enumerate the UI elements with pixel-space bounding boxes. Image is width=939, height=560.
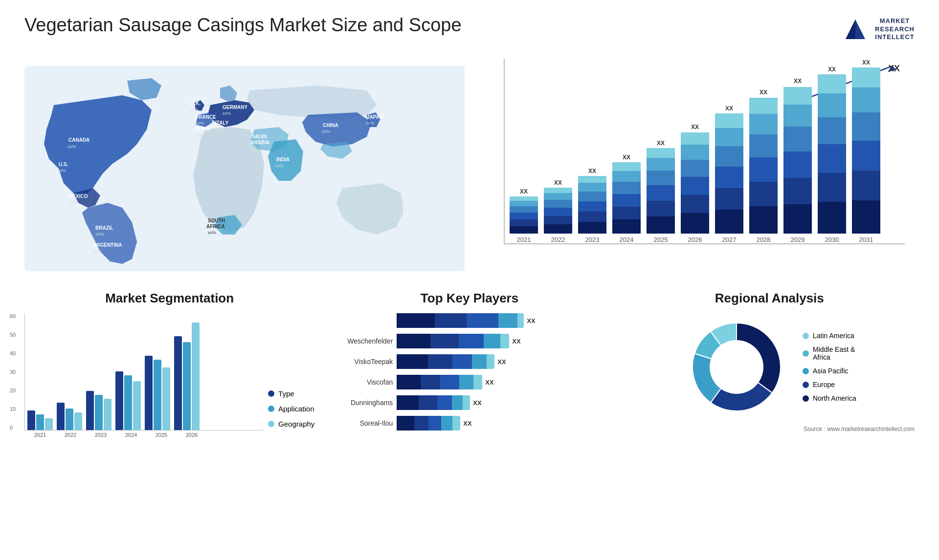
legend-type-label: Type [278, 389, 294, 398]
bar-seg [612, 162, 641, 171]
legend-application: Application [268, 405, 314, 413]
bar-seg [612, 182, 641, 194]
player-xx-2: XX [497, 358, 506, 366]
uk-label: U.K. [191, 101, 201, 106]
reg-legend-apac: Asia Pacific [803, 367, 856, 375]
bar-seg [647, 171, 675, 185]
player-name-4: Dunninghams [329, 399, 393, 407]
bar-year-2024: 2024 [620, 236, 634, 243]
player-bar-seg [517, 313, 524, 328]
reg-legend-latin: Latin America [803, 332, 856, 340]
player-row-2: ViskoTeepakXX [329, 354, 609, 369]
svg-text:xx%: xx% [93, 249, 101, 254]
seg-bar-group-2026 [174, 323, 200, 430]
bar-stack-2021 [510, 196, 538, 234]
player-bar-wrap-1: XX [397, 334, 520, 348]
player-bar-4 [397, 395, 470, 410]
players-section: Top Key Players XXWeschenfelderXXViskoTe… [324, 291, 614, 438]
bar-seg [783, 204, 812, 234]
bar-year-2023: 2023 [585, 236, 600, 243]
player-xx-4: XX [473, 399, 481, 407]
svg-text:xx%: xx% [190, 107, 198, 112]
regional-section: Regional Analysis Latin America [625, 291, 915, 438]
bar-seg [715, 113, 743, 128]
player-bar-wrap-3: XX [397, 375, 493, 389]
argentina-label: ARGENTINA [93, 242, 122, 248]
regional-legend: Latin America Middle East &Africa Asia P… [803, 332, 856, 402]
player-bar-5 [397, 416, 460, 431]
bar-stack-2024 [612, 162, 641, 234]
bar-seg [510, 206, 538, 213]
bar-chart-bars: XX2021XX2022XX2023XX2024XX2025XX2026XX20… [504, 59, 905, 244]
player-bar-seg [440, 375, 459, 389]
legend-app-dot [268, 406, 274, 412]
svg-text:xx%: xx% [95, 232, 104, 237]
bar-seg [818, 202, 846, 234]
bar-seg [852, 87, 880, 112]
bar-seg [647, 158, 675, 171]
seg-bar-group-2021 [27, 410, 53, 430]
southafrica-label: SOUTH [208, 218, 225, 223]
seg-bar [183, 342, 191, 430]
player-bar-seg [437, 395, 452, 410]
bar-seg [578, 212, 606, 222]
italy-label: ITALY [215, 120, 229, 126]
svg-text:AFRICA: AFRICA [206, 224, 225, 229]
player-bar-seg [419, 395, 437, 410]
bar-seg [510, 219, 538, 226]
bar-seg [715, 188, 743, 210]
seg-bar [86, 391, 94, 430]
player-bar-seg [500, 334, 509, 348]
player-bar-seg [397, 375, 421, 389]
seg-bar [162, 367, 170, 430]
bar-seg [749, 98, 778, 114]
player-row-3: ViscofanXX [329, 375, 609, 389]
bar-xx-2024: XX [623, 154, 630, 161]
page-container: Vegetarian Sausage Casings Market Size a… [0, 0, 939, 560]
bar-group-2023: XX2023 [578, 168, 606, 243]
bar-stack-2031 [852, 67, 880, 234]
player-name-2: ViskoTeepak [329, 358, 393, 366]
player-bar-seg [473, 375, 482, 389]
reg-legend-europe: Europe [803, 381, 856, 388]
svg-text:ARABIA: ARABIA [250, 140, 269, 145]
player-bar-wrap-2: XX [397, 354, 506, 369]
bar-year-2029: 2029 [791, 236, 805, 243]
seg-bar-group-2022 [57, 403, 82, 430]
svg-text:xx%: xx% [214, 127, 223, 131]
bar-seg [715, 210, 743, 234]
bar-seg [681, 132, 709, 145]
bar-seg [818, 93, 846, 117]
seg-bar-group-2023 [86, 391, 112, 430]
player-bar-seg [484, 334, 501, 348]
bar-stack-2030 [818, 74, 846, 234]
bar-seg [818, 74, 846, 93]
reg-label-na: North America [813, 394, 856, 402]
svg-text:xx%: xx% [223, 111, 231, 116]
saudi-label: SAUDI [252, 134, 267, 139]
bar-group-2027: XX2027 [715, 105, 743, 243]
header: Vegetarian Sausage Casings Market Size a… [24, 15, 915, 44]
bar-group-2029: XX2029 [783, 78, 812, 243]
seg-xlabel-2023: 2023 [88, 432, 114, 438]
legend-app-label: Application [278, 405, 314, 413]
seg-bar [154, 360, 161, 430]
bar-group-2025: XX2025 [647, 140, 675, 243]
bar-group-2022: XX2022 [544, 179, 572, 243]
bar-year-2031: 2031 [859, 236, 873, 243]
reg-legend-mea: Middle East &Africa [803, 345, 856, 361]
bar-seg [612, 219, 641, 234]
seg-bar [95, 395, 103, 430]
svg-marker-1 [846, 20, 855, 39]
bar-seg [681, 195, 709, 213]
bar-xx-2027: XX [725, 105, 733, 112]
bar-year-2027: 2027 [722, 236, 737, 243]
legend-geography: Geography [268, 420, 314, 428]
player-bar-seg [435, 313, 467, 328]
bar-seg [578, 201, 606, 212]
bar-seg [852, 171, 880, 200]
seg-bar [145, 356, 153, 430]
player-row-4: DunninghamsXX [329, 395, 609, 410]
players-list: XXWeschenfelderXXViskoTeepakXXViscofanXX… [324, 313, 614, 431]
bar-seg [783, 105, 812, 127]
